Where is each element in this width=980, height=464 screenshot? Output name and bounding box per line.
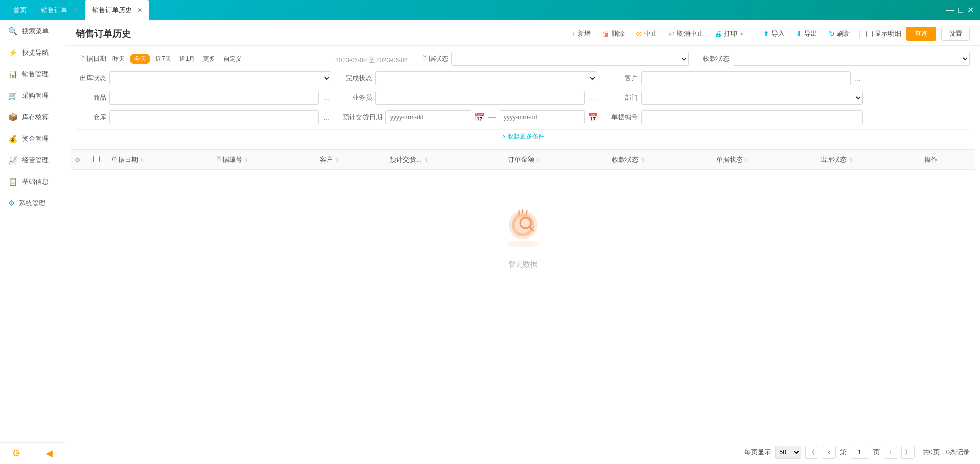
calendar-to-icon[interactable]: 📅 — [588, 113, 598, 122]
page-size-label: 每页显示 — [744, 448, 771, 457]
salesperson-filter-item: 业务员 ... — [341, 91, 597, 105]
payment-status-select[interactable] — [733, 52, 970, 66]
delivery-date-to[interactable] — [499, 110, 585, 124]
date-btn-last7[interactable]: 近7天 — [152, 54, 174, 64]
complete-status-select[interactable] — [375, 71, 597, 85]
last-page-button[interactable]: 》 — [901, 446, 915, 459]
page-number-input[interactable] — [851, 446, 869, 459]
last-page-icon: 》 — [905, 448, 911, 457]
first-page-icon: 《 — [809, 448, 815, 457]
close-tab-sales-order-history[interactable]: ✕ — [137, 7, 142, 14]
delete-button[interactable]: 🗑 删除 — [599, 28, 628, 40]
sort-out-status-icon: ⇅ — [849, 157, 853, 163]
salesperson-label: 业务员 — [341, 93, 372, 102]
sidebar-settings-button[interactable]: ⚙ — [12, 448, 20, 459]
sidebar-item-basic-info[interactable]: 📋 基础信息 — [0, 171, 65, 192]
topbar-right: — □ ✕ — [946, 6, 974, 14]
date-range-dash: — — [488, 113, 496, 122]
customer-ellipsis[interactable]: ... — [853, 74, 863, 82]
tab-sales-order-history[interactable]: 销售订单历史 ✕ — [85, 0, 149, 20]
order-status-select[interactable] — [451, 52, 689, 66]
salesperson-ellipsis[interactable]: ... — [587, 94, 597, 102]
next-page-button[interactable]: › — [884, 446, 897, 459]
th-payment-status[interactable]: 收款状态 ⇅ — [608, 150, 712, 170]
th-amount[interactable]: 订单金额 ⇅ — [504, 150, 608, 170]
delivery-date-from[interactable] — [385, 110, 471, 124]
customer-control: ... — [641, 71, 863, 85]
goods-ellipsis[interactable]: ... — [321, 94, 331, 102]
th-no[interactable]: 单据编号 ⇅ — [212, 150, 316, 170]
sidebar-item-sys-mgmt[interactable]: ⚙ 系统管理 — [0, 192, 65, 214]
sidebar-item-operations[interactable]: 📈 经营管理 — [0, 149, 65, 171]
warehouse-ellipsis[interactable]: ... — [321, 113, 331, 121]
th-date[interactable]: 单据日期 ⇅ — [107, 150, 212, 170]
cancel-stop-button[interactable]: ↩ 取消中止 — [666, 28, 706, 40]
set-button[interactable]: 设置 — [941, 27, 970, 41]
filter-row-4: 仓库 ... 预计交货日期 📅 — 📅 — [76, 110, 970, 124]
table-header-row: ⚙ 单据日期 ⇅ 单据编号 ⇅ — [71, 150, 975, 170]
display-columns-checkbox[interactable] — [866, 31, 873, 37]
sort-order-status-icon: ⇅ — [744, 157, 748, 163]
query-button[interactable]: 查询 — [906, 27, 936, 41]
table-footer: 每页显示 20 50 100 《 ‹ 第 页 › 》 共0页，0条记录 — [65, 440, 980, 464]
goods-input[interactable] — [109, 91, 319, 105]
delivery-date-control: 📅 — 📅 — [385, 110, 598, 124]
date-btn-last1m[interactable]: 近1月 — [176, 54, 198, 64]
finance-icon: 💰 — [8, 134, 18, 143]
stop-button[interactable]: ⊘ 中止 — [633, 28, 660, 40]
sort-date-icon: ⇅ — [140, 157, 144, 163]
th-delivery[interactable]: 预计交货... ⇅ — [385, 150, 504, 170]
out-status-control — [109, 71, 331, 85]
purchase-icon: 🛒 — [8, 91, 18, 100]
sidebar-item-search-menu[interactable]: 🔍 搜索菜单 — [0, 20, 65, 42]
sidebar-item-purchase-mgmt[interactable]: 🛒 采购管理 — [0, 85, 65, 106]
out-status-filter-item: 出库状态 — [76, 71, 331, 85]
th-order-status[interactable]: 单据状态 ⇅ — [712, 150, 816, 170]
svg-point-0 — [508, 241, 538, 247]
date-btn-today[interactable]: 今天 — [130, 54, 150, 64]
refresh-button[interactable]: ↻ 刷新 — [826, 28, 853, 40]
doc-no-input[interactable] — [641, 110, 863, 124]
sidebar-item-quick-nav[interactable]: ⚡ 快捷导航 — [0, 42, 65, 63]
page-size-select[interactable]: 20 50 100 — [775, 446, 801, 459]
sidebar-collapse-button[interactable]: ◀ — [45, 448, 53, 459]
print-button[interactable]: 🖨 打印 ▼ — [712, 28, 747, 40]
order-status-control — [451, 52, 689, 66]
import-button[interactable]: ⬆ 导入 — [760, 28, 788, 40]
maximize-button[interactable]: □ — [958, 6, 963, 14]
first-page-button[interactable]: 《 — [805, 446, 818, 459]
tab-home[interactable]: 首页 — [6, 0, 34, 20]
date-btn-more[interactable]: 更多 — [200, 54, 218, 64]
date-btn-yesterday[interactable]: 昨天 — [109, 54, 128, 64]
th-customer[interactable]: 客户 ⇅ — [315, 150, 385, 170]
sys-icon: ⚙ — [8, 198, 15, 208]
th-out-status[interactable]: 出库状态 ⇅ — [816, 150, 920, 170]
add-button[interactable]: + 新增 — [568, 28, 594, 40]
export-button[interactable]: ⬇ 导出 — [793, 28, 821, 40]
table-settings-icon[interactable]: ⚙ — [75, 156, 81, 164]
cancel-stop-icon: ↩ — [669, 30, 675, 38]
date-btn-custom[interactable]: 自定义 — [220, 54, 245, 64]
customer-input[interactable] — [641, 71, 851, 85]
warehouse-input[interactable] — [109, 110, 319, 124]
close-window-button[interactable]: ✕ — [967, 6, 974, 14]
calendar-from-icon[interactable]: 📅 — [474, 113, 485, 122]
sidebar-item-finance[interactable]: 💰 资金管理 — [0, 128, 65, 149]
sidebar: 🔍 搜索菜单 ⚡ 快捷导航 📊 销售管理 🛒 采购管理 📦 库存核算 💰 资金管… — [0, 20, 65, 464]
settings-th: ⚙ — [71, 150, 89, 170]
collapse-bar[interactable]: ∧ 收起更多条件 — [76, 129, 970, 143]
select-all-checkbox[interactable] — [93, 156, 100, 162]
out-status-select[interactable] — [109, 71, 331, 85]
th-ops: 操作 — [920, 150, 975, 170]
sidebar-item-sales-mgmt[interactable]: 📊 销售管理 — [0, 63, 65, 85]
display-columns-label[interactable]: 显示明细 — [866, 29, 901, 38]
tab-sales-order[interactable]: 销售订单 ✕ — [34, 0, 85, 20]
prev-page-icon: ‹ — [828, 449, 830, 456]
minimize-button[interactable]: — — [946, 6, 954, 14]
sidebar-item-inventory[interactable]: 📦 库存核算 — [0, 106, 65, 128]
salesperson-input[interactable] — [375, 91, 585, 105]
prev-page-button[interactable]: ‹ — [823, 446, 836, 459]
sales-icon: 📊 — [8, 70, 18, 79]
dept-select[interactable] — [641, 91, 863, 105]
close-tab-sales-order[interactable]: ✕ — [73, 7, 78, 14]
